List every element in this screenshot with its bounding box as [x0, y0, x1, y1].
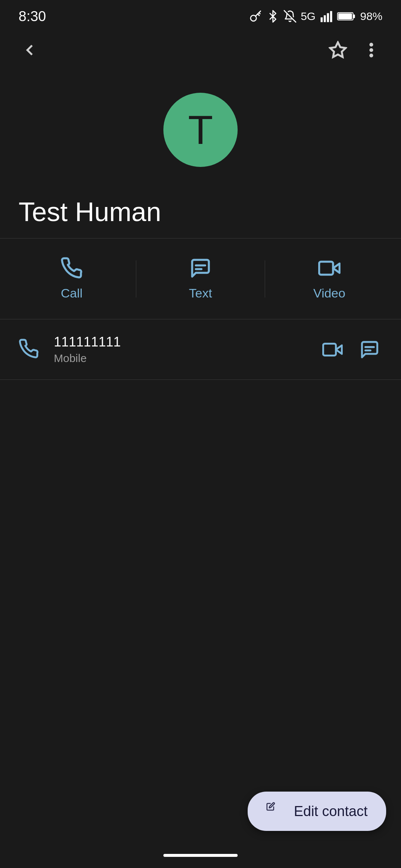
more-vert-icon — [362, 41, 381, 59]
phone-type: Mobile — [54, 352, 121, 365]
avatar: T — [163, 93, 238, 167]
svg-point-10 — [371, 44, 372, 46]
video-button[interactable]: Video — [265, 257, 394, 300]
star-button[interactable] — [323, 35, 353, 65]
edit-contact-button[interactable]: Edit contact — [248, 792, 386, 831]
top-bar-actions — [323, 35, 386, 65]
edit-icon — [266, 802, 285, 821]
call-label: Call — [61, 286, 83, 300]
video-icon — [318, 257, 340, 279]
svg-rect-16 — [319, 262, 333, 275]
svg-rect-3 — [324, 15, 326, 22]
text-label: Text — [189, 286, 212, 300]
edit-contact-label: Edit contact — [294, 803, 368, 819]
avatar-letter: T — [188, 109, 213, 150]
divider-phone-row — [0, 379, 401, 380]
signal-icon — [320, 10, 333, 23]
phone-message-icon — [359, 339, 380, 360]
phone-video-button[interactable] — [319, 336, 345, 362]
status-icons: 5G 98% — [250, 10, 382, 23]
back-arrow-icon — [20, 41, 39, 59]
contact-name-section: Test Human — [0, 182, 401, 238]
top-app-bar — [0, 30, 401, 70]
phone-icon — [19, 339, 39, 361]
more-button[interactable] — [356, 35, 386, 65]
back-button[interactable] — [15, 35, 45, 65]
svg-line-1 — [284, 10, 296, 22]
network-indicator: 5G — [301, 10, 316, 23]
call-button[interactable]: Call — [7, 257, 136, 300]
status-time: 8:30 — [19, 9, 46, 24]
text-button[interactable]: Text — [136, 257, 265, 300]
svg-point-11 — [371, 49, 372, 51]
svg-rect-4 — [327, 13, 329, 22]
battery-percent: 98% — [360, 10, 382, 23]
svg-rect-7 — [353, 14, 355, 18]
svg-rect-18 — [323, 343, 336, 355]
status-bar: 8:30 5G — [0, 0, 401, 30]
phone-info: 111111111 Mobile — [19, 334, 121, 365]
svg-rect-8 — [338, 13, 352, 19]
svg-marker-9 — [330, 42, 346, 57]
star-icon — [329, 41, 347, 59]
phone-small-icon — [19, 339, 39, 359]
text-icon — [189, 257, 212, 279]
bluetooth-icon — [267, 10, 279, 23]
phone-message-button[interactable] — [356, 336, 382, 362]
home-indicator — [163, 854, 238, 857]
phone-row: 111111111 Mobile — [0, 319, 401, 379]
phone-row-actions — [319, 336, 382, 362]
call-icon — [61, 257, 83, 279]
svg-rect-2 — [320, 17, 323, 22]
action-buttons: Call Text Video — [0, 239, 401, 319]
battery-icon — [337, 11, 356, 22]
phone-details: 111111111 Mobile — [54, 334, 121, 365]
video-label: Video — [313, 286, 345, 300]
contact-name: Test Human — [19, 197, 382, 227]
key-icon — [250, 10, 262, 23]
notification-off-icon — [284, 10, 296, 23]
phone-number: 111111111 — [54, 334, 121, 350]
avatar-section: T — [0, 70, 401, 182]
phone-video-icon — [322, 339, 343, 360]
svg-rect-5 — [330, 11, 332, 22]
svg-point-12 — [371, 55, 372, 56]
